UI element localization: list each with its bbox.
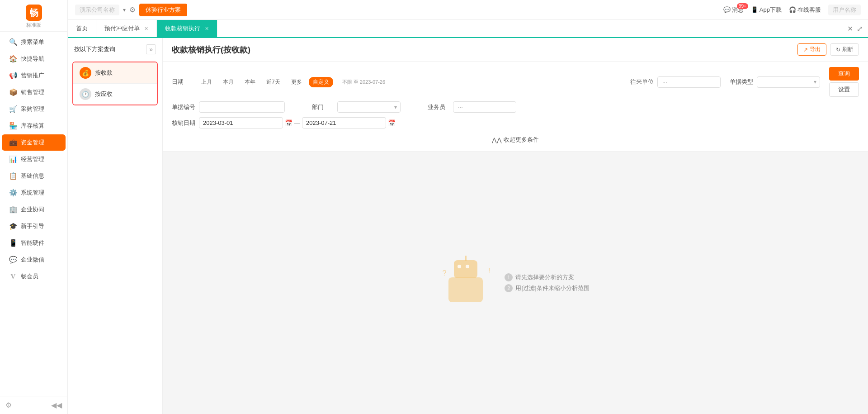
basic-icon: 📋 [9,172,17,180]
message-icon: 💬 [723,6,731,13]
sidebar: 畅 标准版 🔍 搜索菜单 🏠 快捷导航 📢 营销推广 📦 销售管理 🛒 采购管理… [0,0,68,414]
filter-row-3: 核销日期 📅 — 📅 [172,117,859,128]
sidebar-item-finance[interactable]: 💼 资金管理 [2,134,66,151]
query-button[interactable]: 查询 [829,67,859,81]
prepay-tab-close-icon[interactable]: ✕ [144,26,148,32]
sidebar-item-marketing[interactable]: 📢 营销推广 [2,67,66,84]
hardware-icon: 📱 [9,239,17,247]
department-select[interactable] [337,101,401,113]
operations-icon: 📊 [9,155,17,163]
sidebar-item-label: 畅会员 [21,272,38,281]
date-quick-options: 上月 本月 本年 近7天 更多 自定义 [197,77,333,87]
sidebar-item-label: 搜索菜单 [21,38,44,46]
date-tag-last-month[interactable]: 上月 [197,77,216,87]
setting-button[interactable]: 设置 [829,82,859,97]
tip-number-2: 2 [505,284,513,292]
system-icon: ⚙️ [9,189,17,197]
department-filter-item: 部门 [312,101,401,113]
tab-prepay[interactable]: 预付冲应付单 ✕ [96,20,157,37]
app-download-label: App下载 [760,6,782,14]
sidebar-item-sales[interactable]: 📦 销售管理 [2,84,66,100]
app-download-button[interactable]: 📱 App下载 [751,6,782,14]
sidebar-item-purchase[interactable]: 🛒 采购管理 [2,101,66,117]
filter-option-by-payable[interactable]: 🕐 按应收 [73,84,157,105]
counterparty-picker-button[interactable]: ··· [657,76,721,88]
date-filter-item: 日期 上月 本月 本年 近7天 更多 自定义 [172,77,333,87]
purchase-icon: 🛒 [9,105,17,113]
sidebar-item-enterprise[interactable]: 🏢 企业协同 [2,201,66,218]
export-icon: ↗ [803,47,808,53]
message-button[interactable]: 💬 消息 99+ [723,6,744,14]
online-service-button[interactable]: 🎧 在线客服 [789,6,821,14]
close-window-icon[interactable]: ✕ [847,24,853,33]
sidebar-item-basic[interactable]: 📋 基础信息 [2,168,66,184]
sidebar-item-quicknav[interactable]: 🏠 快捷导航 [2,51,66,67]
settings-bottom-icon[interactable]: ⚙ [5,401,12,409]
sidebar-item-label: 经营管理 [21,155,44,163]
filter-options-box: 💰 按收款 🕐 按应收 [72,62,158,105]
chevron-down-icon[interactable]: ▾ [123,7,126,13]
verification-date-start-input[interactable] [199,117,283,128]
tab-home[interactable]: 首页 [68,20,96,37]
sidebar-item-guide[interactable]: 🎓 新手引导 [2,218,66,234]
filter-row-1: 日期 上月 本月 本年 近7天 更多 自定义 不限 至 2023-07-26 [172,67,859,97]
tabbar-spacer [217,20,842,37]
tab-collection[interactable]: 收款核销执行 ✕ [157,20,217,37]
doc-type-select[interactable] [757,76,820,88]
topbar-right: 💬 消息 99+ 📱 App下载 🎧 在线客服 用户名称 [723,5,861,15]
verification-date-end-input[interactable] [302,117,386,128]
sidebar-item-search[interactable]: 🔍 搜索菜单 [2,34,66,50]
verification-end-calendar-icon[interactable]: 📅 [388,119,396,127]
collapse-left-panel-button[interactable]: » [146,44,156,54]
date-filter-label: 日期 [172,78,193,86]
sidebar-item-system[interactable]: ⚙️ 系统管理 [2,185,66,201]
date-tag-custom[interactable]: 自定义 [309,77,333,87]
verification-date-filter-item: 核销日期 📅 — 📅 [172,117,396,128]
sidebar-item-operations[interactable]: 📊 经营管理 [2,151,66,167]
sales-icon: 📦 [9,88,17,96]
sidebar-item-wechat[interactable]: 💬 企业微信 [2,252,66,268]
tip-text-1: 请先选择要分析的方案 [515,273,574,281]
tip-text-2: 用[过滤]条件来缩小分析范围 [515,284,589,292]
tip-number-1: 1 [505,273,513,281]
sidebar-item-inventory[interactable]: 🏪 库存核算 [2,118,66,134]
collapse-sidebar-icon[interactable]: ◀◀ [51,401,62,409]
page-title-row: 收款核销执行(按收款) ↗ 导出 ↻ 刷新 [172,43,859,56]
doc-number-input[interactable] [199,101,285,113]
doc-type-filter-item: 单据类型 [730,76,820,88]
topbar-gear-icon[interactable]: ⚙ [129,5,136,14]
collapse-conditions-button[interactable]: ⋀⋀ 收起更多条件 [492,136,539,144]
app-edition-label: 标准版 [26,22,41,29]
robot-head [454,260,477,278]
guide-icon: 🎓 [9,222,17,230]
empty-state: ? ! 1 请先选择要分析的方案 2 用[过滤]条件来缩小分析范围 [163,152,868,414]
doc-type-select-wrapper [757,76,820,88]
sidebar-item-label: 营销推广 [21,71,44,80]
refresh-button[interactable]: ↻ 刷新 [830,43,859,56]
service-icon: 🎧 [789,6,796,13]
sidebar-item-label: 企业微信 [21,256,44,264]
sidebar-item-hardware[interactable]: 📱 智能硬件 [2,235,66,251]
date-tag-7days[interactable]: 近7天 [262,77,284,87]
sidebar-item-member[interactable]: V 畅会员 [2,268,66,285]
home-icon: 🏠 [9,55,17,63]
robot-antenna [465,256,467,261]
user-account[interactable]: 用户名称 [828,5,861,15]
sidebar-item-label: 销售管理 [21,88,44,96]
industry-solution-button[interactable]: 休验行业方案 [139,4,187,16]
collapse-up-icon: ⋀⋀ [492,137,502,143]
sidebar-item-label: 企业协同 [21,205,44,214]
collection-tab-close-icon[interactable]: ✕ [205,26,209,32]
sidebar-item-label: 系统管理 [21,189,44,197]
salesperson-picker-button[interactable]: ··· [453,101,516,113]
date-tag-this-year[interactable]: 本年 [241,77,259,87]
date-tag-this-month[interactable]: 本月 [219,77,238,87]
message-badge: 99+ [737,3,748,9]
maximize-icon[interactable]: ⤢ [857,24,863,33]
export-button[interactable]: ↗ 导出 [797,43,826,56]
date-tag-more[interactable]: 更多 [287,77,306,87]
robot-body [448,277,483,302]
verification-start-calendar-icon[interactable]: 📅 [285,119,292,127]
sidebar-item-label: 库存核算 [21,122,44,130]
filter-option-by-receipt[interactable]: 💰 按收款 [73,62,157,83]
